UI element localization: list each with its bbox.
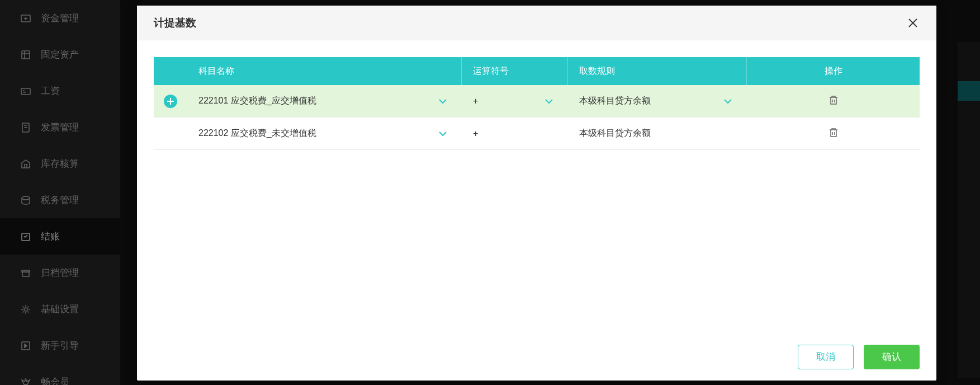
data-table: 科目名称 运算符号 取数规则 操作 222101 应交税费_应交增值税 [154,57,920,150]
add-cell [154,95,187,108]
sidebar-item-label: 新手引导 [41,339,79,352]
table-header: 科目名称 运算符号 取数规则 操作 [154,57,920,85]
sidebar-item-label: 发票管理 [41,121,79,134]
subject-value: 222102 应交税费_未交增值税 [198,128,316,139]
chevron-down-icon [438,96,447,106]
svg-rect-2 [21,88,30,95]
funds-icon [20,12,32,25]
sidebar-item-closing[interactable]: 结账 [0,218,120,255]
gear-icon [20,303,32,316]
sidebar-item-label: 税务管理 [41,194,79,206]
confirm-button[interactable]: 确认 [864,345,920,369]
table-row: 222101 应交税费_应交增值税 + 本级科目贷方余额 [154,85,920,118]
modal-footer: 取消 确认 [137,333,936,381]
chevron-down-icon [545,96,553,106]
delete-button[interactable] [828,127,839,140]
sidebar-item-label: 固定资产 [41,48,79,61]
svg-rect-7 [22,272,29,276]
delete-button[interactable] [828,95,839,108]
sidebar-item-label: 工资 [41,84,60,97]
action-cell [746,95,920,108]
inventory-icon [20,158,32,170]
sidebar-item-label: 畅会员 [41,375,69,385]
sidebar-item-label: 归档管理 [41,266,79,279]
sidebar-item-label: 结账 [41,230,60,243]
close-button[interactable] [906,16,920,30]
header-action: 操作 [746,57,920,85]
subject-select[interactable]: 222102 应交税费_未交增值税 [187,128,461,139]
table-row: 222102 应交税费_未交增值税 + 本级科目贷方余额 [154,118,920,150]
modal-body: 科目名称 运算符号 取数规则 操作 222101 应交税费_应交增值税 [137,40,936,333]
operator-value: + [473,96,478,106]
vip-icon [20,376,32,386]
subject-value: 222101 应交税费_应交增值税 [198,95,316,107]
svg-rect-1 [22,51,30,59]
chevron-down-icon [723,96,732,106]
sidebar-item-label: 资金管理 [41,12,79,25]
add-row-button[interactable] [164,95,177,108]
modal-dialog: 计提基数 科目名称 运算符号 取数规则 操作 22210 [137,6,936,381]
closing-icon [20,231,32,243]
rule-value: 本级科目贷方余额 [579,128,651,139]
sidebar-item-tax[interactable]: 税务管理 [0,182,120,218]
chevron-down-icon [438,129,447,139]
sidebar-item-inventory[interactable]: 库存核算 [0,145,120,182]
sidebar-item-salary[interactable]: 工资 [0,73,120,109]
operator-select[interactable]: + [461,96,567,106]
sidebar-item-guide[interactable]: 新手引导 [0,327,120,364]
modal-title: 计提基数 [154,16,196,30]
cancel-button[interactable]: 取消 [798,345,854,369]
subject-select[interactable]: 222101 应交税费_应交增值税 [187,95,461,107]
operator-value: + [473,129,478,139]
modal-header: 计提基数 [137,6,936,40]
sidebar: 资金管理 固定资产 工资 发票管理 库存核算 税务管理 结账 [0,0,120,385]
archive-icon [20,267,32,279]
guide-icon [20,340,32,352]
sidebar-item-archive[interactable]: 归档管理 [0,255,120,291]
assets-icon [20,49,32,61]
sidebar-item-label: 库存核算 [41,157,79,170]
sidebar-item-invoice[interactable]: 发票管理 [0,109,120,145]
sidebar-item-label: 基础设置 [41,303,79,316]
action-cell [746,127,920,140]
tax-icon [20,194,32,206]
header-subject: 科目名称 [187,57,461,85]
sidebar-item-vip[interactable]: 畅会员 [0,364,120,385]
rule-select[interactable]: 本级科目贷方余额 [567,128,746,139]
salary-icon [20,85,32,97]
rule-select[interactable]: 本级科目贷方余额 [567,95,746,107]
svg-point-8 [24,308,27,311]
sidebar-item-funds[interactable]: 资金管理 [0,0,120,36]
operator-select[interactable]: + [461,129,567,139]
header-rule: 取数规则 [567,57,746,85]
sidebar-item-assets[interactable]: 固定资产 [0,36,120,73]
invoice-icon [20,121,32,134]
rule-value: 本级科目贷方余额 [579,95,651,107]
sidebar-item-settings[interactable]: 基础设置 [0,291,120,327]
svg-point-4 [22,196,30,200]
header-operator: 运算符号 [461,57,567,85]
header-add-col [154,57,187,85]
